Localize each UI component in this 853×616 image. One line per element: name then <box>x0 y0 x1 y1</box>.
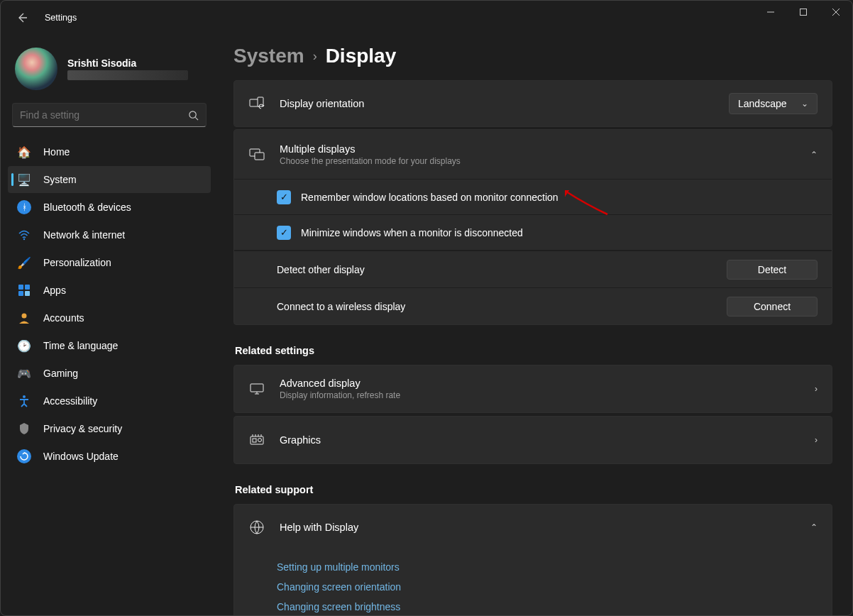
clock-icon: 🕑 <box>16 338 32 353</box>
sidebar-item-label: Accounts <box>43 312 84 324</box>
link-sub: Display information, refresh rate <box>280 390 815 400</box>
minimize-windows-checkbox[interactable]: ✓ <box>277 226 291 240</box>
svg-point-2 <box>23 238 25 240</box>
profile-name: Srishti Sisodia <box>67 57 188 69</box>
chevron-up-icon: ⌃ <box>810 522 818 532</box>
link-title: Graphics <box>280 434 815 446</box>
sidebar-item-system[interactable]: 🖥️System <box>8 166 211 193</box>
gaming-icon: 🎮 <box>16 365 32 381</box>
profile-section[interactable]: Srishti Sisodia <box>6 48 212 103</box>
close-button[interactable] <box>820 1 852 23</box>
advanced-display-link[interactable]: Advanced display Display information, re… <box>234 365 832 412</box>
chevron-down-icon: ⌄ <box>801 99 808 109</box>
orientation-icon <box>248 96 265 111</box>
sidebar-item-personalization[interactable]: 🖌️Personalization <box>8 249 211 276</box>
svg-rect-15 <box>253 439 256 442</box>
svg-rect-4 <box>25 285 30 290</box>
wifi-icon <box>16 227 32 243</box>
setting-label: Display orientation <box>280 98 729 109</box>
sidebar-item-label: Apps <box>43 285 66 296</box>
sidebar-item-home[interactable]: 🏠Home <box>8 138 211 165</box>
minimize-windows-row: ✓ Minimize windows when a monitor is dis… <box>234 215 832 251</box>
help-link-screen-orientation[interactable]: Changing screen orientation <box>277 577 832 597</box>
avatar <box>15 48 57 90</box>
chevron-right-icon: › <box>815 435 818 445</box>
sidebar-item-label: Network & internet <box>43 229 125 241</box>
monitor-icon <box>248 381 265 397</box>
svg-point-8 <box>23 395 26 398</box>
setting-sub: Choose the presentation mode for your di… <box>280 156 810 166</box>
svg-rect-12 <box>255 153 264 160</box>
search-input[interactable] <box>20 109 188 121</box>
update-icon <box>16 449 32 464</box>
sidebar-item-accessibility[interactable]: Accessibility <box>8 387 211 414</box>
shield-icon <box>16 421 32 436</box>
help-link-screen-brightness[interactable]: Changing screen brightness <box>277 597 832 615</box>
breadcrumb: System › Display <box>233 45 832 67</box>
action-label: Connect to a wireless display <box>277 301 727 312</box>
chevron-up-icon: ⌃ <box>810 150 818 160</box>
sidebar-item-accounts[interactable]: Accounts <box>8 304 211 331</box>
checkbox-label: Minimize windows when a monitor is disco… <box>301 227 523 238</box>
action-label: Detect other display <box>277 264 727 275</box>
sidebar-item-label: Home <box>43 146 70 158</box>
breadcrumb-current: Display <box>326 45 397 67</box>
apps-icon <box>16 282 32 298</box>
chevron-right-icon: › <box>313 49 317 64</box>
chevron-right-icon: › <box>815 384 818 394</box>
sidebar-item-apps[interactable]: Apps <box>8 277 211 304</box>
connect-button[interactable]: Connect <box>727 297 818 317</box>
sidebar-item-update[interactable]: Windows Update <box>8 443 211 470</box>
link-title: Advanced display <box>280 378 815 389</box>
sidebar-item-label: Time & language <box>43 340 118 351</box>
sidebar-item-network[interactable]: Network & internet <box>8 221 211 248</box>
help-title: Help with Display <box>280 522 810 533</box>
brush-icon: 🖌️ <box>16 255 32 270</box>
multiple-displays-header[interactable]: Multiple displays Choose the presentatio… <box>234 130 832 180</box>
maximize-button[interactable] <box>787 1 820 23</box>
help-link-multiple-monitors[interactable]: Setting up multiple monitors <box>277 557 832 577</box>
display-orientation-row: Display orientation Landscape ⌄ <box>234 81 832 126</box>
setting-label: Multiple displays <box>280 143 810 155</box>
back-button[interactable] <box>13 9 31 26</box>
sidebar-item-label: Personalization <box>43 257 111 268</box>
search-input-wrapper[interactable] <box>12 103 207 127</box>
detect-button[interactable]: Detect <box>727 260 818 280</box>
svg-rect-5 <box>18 291 23 296</box>
graphics-link[interactable]: Graphics › <box>234 417 832 463</box>
search-icon <box>188 110 199 121</box>
related-settings-heading: Related settings <box>235 345 832 356</box>
sidebar-item-label: Windows Update <box>43 451 119 462</box>
sidebar-item-gaming[interactable]: 🎮Gaming <box>8 360 211 387</box>
breadcrumb-parent[interactable]: System <box>233 45 304 67</box>
sidebar-item-label: Privacy & security <box>43 423 122 434</box>
multiple-displays-icon <box>248 147 265 163</box>
remember-locations-checkbox[interactable]: ✓ <box>277 190 291 204</box>
svg-rect-13 <box>251 384 263 392</box>
profile-email-redacted <box>67 70 188 80</box>
svg-point-7 <box>22 314 27 319</box>
help-with-display-header[interactable]: Help with Display ⌃ <box>234 505 832 550</box>
sidebar-item-time[interactable]: 🕑Time & language <box>8 332 211 359</box>
related-support-heading: Related support <box>235 484 832 495</box>
sidebar-item-label: Bluetooth & devices <box>43 202 131 213</box>
sidebar-item-label: Accessibility <box>43 395 97 407</box>
checkbox-label: Remember window locations based on monit… <box>301 192 558 203</box>
graphics-icon <box>248 432 265 448</box>
sidebar-item-privacy[interactable]: Privacy & security <box>8 415 211 442</box>
remember-window-locations-row: ✓ Remember window locations based on mon… <box>234 180 832 215</box>
app-title: Settings <box>45 13 77 23</box>
home-icon: 🏠 <box>16 144 32 160</box>
help-icon <box>248 519 265 535</box>
svg-rect-6 <box>25 291 30 296</box>
svg-rect-0 <box>800 9 807 16</box>
system-icon: 🖥️ <box>16 172 32 187</box>
bluetooth-icon: ᚼ <box>16 199 32 215</box>
minimize-button[interactable] <box>754 1 787 23</box>
svg-rect-3 <box>18 285 23 290</box>
wireless-display-row: Connect to a wireless display Connect <box>234 287 832 324</box>
sidebar-item-bluetooth[interactable]: ᚼBluetooth & devices <box>8 194 211 221</box>
orientation-dropdown[interactable]: Landscape ⌄ <box>729 93 818 114</box>
accessibility-icon <box>16 393 32 409</box>
accounts-icon <box>16 310 32 326</box>
